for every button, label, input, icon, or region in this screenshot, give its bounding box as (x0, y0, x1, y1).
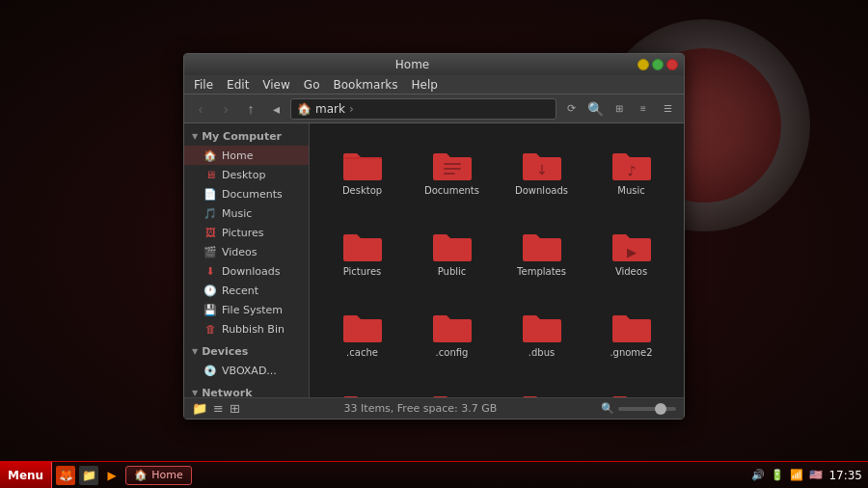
recent-icon: 🕐 (203, 285, 217, 297)
taskbar-right: 🔊 🔋 📶 🇺🇸 17:35 (746, 469, 868, 482)
close-button[interactable] (666, 59, 678, 70)
sidebar-item-vbox[interactable]: 💿 VBOXAD... (184, 361, 309, 380)
zoom-control: 🔍 (601, 402, 676, 415)
file-item-gnome2[interactable]: .gnome2 (588, 295, 674, 372)
menu-help[interactable]: Help (406, 76, 444, 94)
folder-icon-icons (431, 391, 474, 398)
start-menu-label: Menu (8, 469, 43, 482)
file-item-config[interactable]: .config (409, 295, 495, 372)
folder-icon-desktop (341, 148, 384, 182)
folder-icon-mozilla (610, 391, 653, 398)
chevron-down-icon-network: ▼ (192, 389, 198, 397)
taskbar-icon-vlc[interactable]: ▶ (102, 466, 122, 485)
file-item-videos[interactable]: ▶ Videos (588, 214, 674, 291)
folder-icon-videos: ▶ (610, 229, 653, 263)
file-item-gvfs[interactable]: × .gvfs (319, 376, 405, 397)
home-icon: 🏠 (203, 149, 217, 162)
history-button[interactable]: ◂ (265, 98, 286, 120)
sidebar: ▼ My Computer 🏠 Home 🖥 Desktop 📄 Documen… (184, 123, 310, 397)
back-button[interactable]: ‹ (190, 98, 211, 120)
sidebar-item-music[interactable]: 🎵 Music (184, 203, 309, 223)
file-label: Documents (424, 185, 479, 197)
taskbar-icon-files[interactable]: 📁 (79, 466, 98, 485)
home-icon: 🏠 (297, 102, 312, 116)
file-item-mozilla[interactable]: .mozilla (588, 376, 674, 397)
sidebar-network-label: Network (202, 387, 252, 397)
taskbar-window-home[interactable]: 🏠 Home (125, 466, 191, 485)
start-menu-button[interactable]: Menu (0, 462, 52, 488)
reload-button[interactable]: ⟳ (560, 98, 582, 120)
file-item-documents[interactable]: Documents (409, 133, 495, 210)
sidebar-item-desktop[interactable]: 🖥 Desktop (184, 165, 309, 184)
menu-bookmarks[interactable]: Bookmarks (327, 76, 403, 94)
taskbar-flag-icon: 🇺🇸 (809, 469, 823, 481)
menu-file[interactable]: File (188, 76, 219, 94)
maximize-button[interactable] (652, 59, 664, 70)
file-item-public[interactable]: Public (409, 214, 495, 291)
new-folder-button[interactable]: 📁 (192, 401, 207, 416)
taskbar-icon-firefox[interactable]: 🦊 (56, 466, 75, 485)
title-bar: Home (184, 54, 684, 75)
file-item-dbus[interactable]: .dbus (499, 295, 584, 372)
file-label: Templates (517, 266, 566, 278)
file-item-desktop[interactable]: Desktop (319, 133, 405, 210)
file-label: Public (438, 266, 467, 278)
menu-view[interactable]: View (257, 76, 295, 94)
forward-button[interactable]: › (215, 98, 236, 120)
sidebar-item-filesystem[interactable]: 💾 File System (184, 300, 309, 319)
main-area: ▼ My Computer 🏠 Home 🖥 Desktop 📄 Documen… (184, 123, 684, 397)
search-button[interactable]: 🔍 (584, 98, 606, 120)
svg-text:▶: ▶ (627, 245, 637, 259)
sidebar-item-downloads[interactable]: ⬇ Downloads (184, 261, 309, 281)
desktop-icon: 🖥 (203, 169, 217, 181)
music-icon: 🎵 (203, 207, 217, 220)
sidebar-heading-mycomputer[interactable]: ▼ My Computer (184, 127, 309, 146)
toolbar-right: ⟳ 🔍 ⊞ ≡ ☰ (560, 98, 678, 120)
folder-icon-templates (521, 229, 563, 263)
sidebar-item-rubbish[interactable]: 🗑 Rubbish Bin (184, 319, 309, 339)
file-item-local[interactable]: .local (499, 376, 584, 397)
sidebar-item-documents-label: Documents (222, 188, 283, 201)
folder-icon-gnome2 (610, 310, 653, 344)
window-title: Home (190, 58, 635, 71)
folder-icon-gvfs: × (341, 391, 384, 398)
drive-icon: 💿 (203, 365, 217, 377)
sidebar-item-pictures[interactable]: 🖼 Pictures (184, 223, 309, 242)
list-view-button[interactable]: ≡ (633, 98, 654, 120)
minimize-button[interactable] (637, 59, 649, 70)
sidebar-section-devices: ▼ Devices 💿 VBOXAD... (184, 342, 309, 380)
sidebar-item-documents[interactable]: 📄 Documents (184, 184, 309, 203)
toolbar: ‹ › ↑ ◂ 🏠 mark › ⟳ 🔍 ⊞ ≡ ☰ (184, 95, 684, 123)
folder-icon-dbus (521, 310, 563, 344)
list-view-small-button[interactable]: ≡ (213, 401, 224, 416)
taskbar-network-icon: 🔊 (751, 469, 765, 481)
zoom-slider[interactable] (618, 407, 676, 411)
menu-edit[interactable]: Edit (221, 76, 255, 94)
sidebar-item-recent[interactable]: 🕐 Recent (184, 281, 309, 300)
up-button[interactable]: ↑ (240, 98, 261, 120)
file-item-icons[interactable]: .icons (409, 376, 495, 397)
sidebar-item-downloads-label: Downloads (222, 265, 280, 278)
file-item-cache[interactable]: .cache (319, 295, 405, 372)
sidebar-item-videos[interactable]: 🎬 Videos (184, 242, 309, 261)
folder-icon-local (521, 391, 563, 398)
file-label: Videos (615, 266, 647, 278)
filesystem-icon: 💾 (203, 304, 217, 316)
file-item-downloads[interactable]: ↓ Downloads (499, 133, 584, 210)
status-icons-left: 📁 ≡ ⊞ (192, 401, 240, 416)
file-item-pictures[interactable]: Pictures (319, 214, 405, 291)
file-grid: Desktop Documents ↓ Dow (310, 123, 684, 397)
file-item-music[interactable]: ♪ Music (588, 133, 674, 210)
menu-extra-button[interactable]: ☰ (657, 98, 678, 120)
sidebar-heading-devices[interactable]: ▼ Devices (184, 342, 309, 361)
file-item-templates[interactable]: Templates (499, 214, 584, 291)
file-label: Pictures (343, 266, 382, 278)
menu-go[interactable]: Go (298, 76, 326, 94)
sidebar-heading-network[interactable]: ▼ Network (184, 384, 309, 397)
sidebar-section-mycomputer: ▼ My Computer 🏠 Home 🖥 Desktop 📄 Documen… (184, 127, 309, 339)
location-bar[interactable]: 🏠 mark › (290, 98, 556, 120)
grid-view-button[interactable]: ⊞ (609, 98, 630, 120)
sidebar-item-home[interactable]: 🏠 Home (184, 146, 309, 165)
rubbish-icon: 🗑 (203, 323, 217, 336)
grid-view-small-button[interactable]: ⊞ (230, 401, 240, 416)
